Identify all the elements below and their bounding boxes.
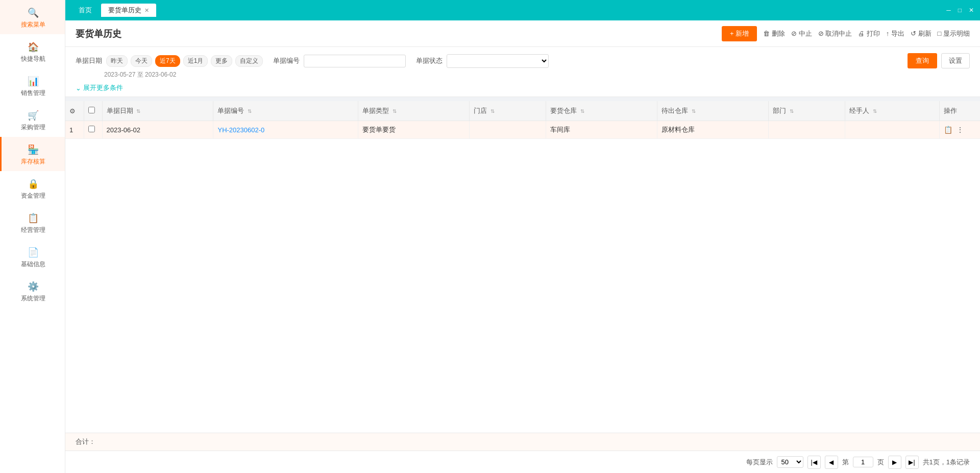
cell-req-warehouse: 车间库 <box>546 121 657 139</box>
status-select[interactable] <box>447 54 549 68</box>
system-icon: ⚙️ <box>28 281 39 292</box>
cell-department <box>769 121 845 139</box>
sidebar-item-label: 搜索菜单 <box>21 20 45 29</box>
date-last7days[interactable]: 近7天 <box>155 55 180 67</box>
next-page-button[interactable]: ▶ <box>888 456 901 469</box>
date-shortcuts: 昨天 今天 近7天 近1月 更多 自定义 <box>106 55 263 67</box>
tab-home[interactable]: 首页 <box>71 4 99 17</box>
col-pending-warehouse[interactable]: 待出仓库 ⇅ <box>657 101 769 121</box>
chevron-down-icon: ⌄ <box>76 84 81 92</box>
sidebar-item-basicinfo[interactable]: 📄 基础信息 <box>0 240 65 274</box>
date-more[interactable]: 更多 <box>211 55 232 67</box>
data-table: ⚙ 单据日期 ⇅ 单据编号 ⇅ <box>65 101 980 139</box>
cell-index: 1 <box>65 121 84 139</box>
sort-pendwh-icon: ⇅ <box>692 108 696 114</box>
date-custom[interactable]: 自定义 <box>235 55 263 67</box>
window-controls: ─ □ ✕ <box>946 7 974 14</box>
maximize-button[interactable]: □ <box>958 7 962 14</box>
delete-button[interactable]: 🗑 删除 <box>763 29 785 38</box>
order-no-link[interactable]: YH-20230602-0 <box>217 126 264 134</box>
date-last1month[interactable]: 近1月 <box>183 55 208 67</box>
status-filter: 单据状态 <box>416 54 549 68</box>
sidebar-item-operations[interactable]: 📋 经营管理 <box>0 205 65 240</box>
sort-handler-icon: ⇅ <box>873 108 877 114</box>
col-department[interactable]: 部门 ⇅ <box>769 101 845 121</box>
show-detail-button[interactable]: □ 显示明细 <box>938 29 970 38</box>
sidebar-item-purchase[interactable]: 🛒 采购管理 <box>0 103 65 137</box>
date-yesterday[interactable]: 昨天 <box>106 55 128 67</box>
sidebar-item-label: 库存核算 <box>21 157 45 166</box>
toolbar: + 新增 🗑 删除 ⊘ 中止 ⊘ 取消中止 🖨 打印 ↑ 导出 ↺ 刷新 □ 显… <box>722 26 970 41</box>
query-button[interactable]: 查询 <box>908 53 937 68</box>
sidebar-item-search[interactable]: 🔍 搜索菜单 <box>0 0 65 34</box>
prev-page-button[interactable]: ◀ <box>825 456 838 469</box>
refresh-button[interactable]: ↺ 刷新 <box>911 29 932 38</box>
finance-icon: 🔒 <box>28 178 39 190</box>
page-size-label: 每页显示 <box>746 458 773 467</box>
page-size-select[interactable]: 20 50 100 <box>777 456 803 468</box>
sidebar-item-label: 基础信息 <box>21 260 45 269</box>
last-page-button[interactable]: ▶| <box>905 456 919 469</box>
new-button[interactable]: + 新增 <box>722 26 757 41</box>
sort-dept-icon: ⇅ <box>790 108 794 114</box>
total-info: 共1页，1条记录 <box>923 458 970 467</box>
col-handler[interactable]: 经手人 ⇅ <box>845 101 939 121</box>
sidebar-item-quicknav[interactable]: 🏠 快捷导航 <box>0 34 65 68</box>
search-menu-icon: 🔍 <box>28 7 39 18</box>
sidebar-item-sales[interactable]: 📊 销售管理 <box>0 68 65 103</box>
operations-icon: 📋 <box>28 212 39 224</box>
table-area: ⚙ 单据日期 ⇅ 单据编号 ⇅ <box>65 101 980 451</box>
status-label: 单据状态 <box>416 56 443 65</box>
sort-date-icon: ⇅ <box>136 108 140 114</box>
col-store[interactable]: 门店 ⇅ <box>470 101 546 121</box>
total-label: 合计： <box>76 438 95 445</box>
col-settings[interactable]: ⚙ <box>65 101 84 121</box>
print-button[interactable]: 🖨 打印 <box>858 29 880 38</box>
stop-button[interactable]: ⊘ 中止 <box>791 29 812 38</box>
sidebar-item-finance[interactable]: 🔒 资金管理 <box>0 171 65 205</box>
cancel-stop-button[interactable]: ⊘ 取消中止 <box>818 29 852 38</box>
cell-type: 要货单要货 <box>358 121 470 139</box>
sidebar-item-label: 资金管理 <box>21 192 45 200</box>
settings-button[interactable]: 设置 <box>941 53 970 68</box>
row-edit-icon[interactable]: 📋 <box>944 126 952 134</box>
page-label: 第 <box>842 458 849 467</box>
sort-type-icon: ⇅ <box>393 108 397 114</box>
order-no-input[interactable] <box>304 55 406 67</box>
page-input[interactable] <box>853 457 873 467</box>
col-type[interactable]: 单据类型 ⇅ <box>358 101 470 121</box>
select-all-checkbox[interactable] <box>88 107 95 113</box>
page-unit: 页 <box>877 458 884 467</box>
cell-store <box>470 121 546 139</box>
expand-more-button[interactable]: ⌄ 展开更多条件 <box>76 83 970 92</box>
col-order-no[interactable]: 单据编号 ⇅ <box>213 101 358 121</box>
tab-close-icon[interactable]: ✕ <box>144 7 149 14</box>
sidebar-item-label: 系统管理 <box>21 294 45 303</box>
export-button[interactable]: ↑ 导出 <box>886 29 904 38</box>
row-more-icon[interactable]: ⋮ <box>957 126 964 134</box>
tab-order-history[interactable]: 要货单历史 ✕ <box>101 4 156 17</box>
purchase-icon: 🛒 <box>28 110 39 121</box>
cell-pending-warehouse: 原材料仓库 <box>657 121 769 139</box>
sidebar-item-label: 经营管理 <box>21 226 45 234</box>
row-checkbox[interactable] <box>88 126 95 132</box>
page-title: 要货单历史 <box>76 28 121 40</box>
col-req-warehouse[interactable]: 要货仓库 ⇅ <box>546 101 657 121</box>
minimize-button[interactable]: ─ <box>946 7 951 14</box>
basicinfo-icon: 📄 <box>28 247 39 258</box>
close-button[interactable]: ✕ <box>969 7 974 14</box>
filter-row: 单据日期 昨天 今天 近7天 近1月 更多 自定义 单据编号 <box>76 53 970 68</box>
date-today[interactable]: 今天 <box>131 55 152 67</box>
sidebar-item-system[interactable]: ⚙️ 系统管理 <box>0 274 65 308</box>
filter-area: 单据日期 昨天 今天 近7天 近1月 更多 自定义 单据编号 <box>65 47 980 97</box>
date-range-display: 2023-05-27 至 2023-06-02 <box>104 71 176 78</box>
col-date[interactable]: 单据日期 ⇅ <box>102 101 213 121</box>
sidebar-item-label: 采购管理 <box>21 123 45 132</box>
date-filter: 单据日期 昨天 今天 近7天 近1月 更多 自定义 <box>76 55 263 67</box>
first-page-button[interactable]: |◀ <box>807 456 821 469</box>
sidebar-item-inventory[interactable]: 🏪 库存核算 <box>0 137 65 171</box>
expand-more-label: 展开更多条件 <box>83 83 123 92</box>
cell-order-no[interactable]: YH-20230602-0 <box>213 121 358 139</box>
home-icon: 🏠 <box>28 41 39 53</box>
settings-gear[interactable]: ⚙ <box>69 107 76 115</box>
